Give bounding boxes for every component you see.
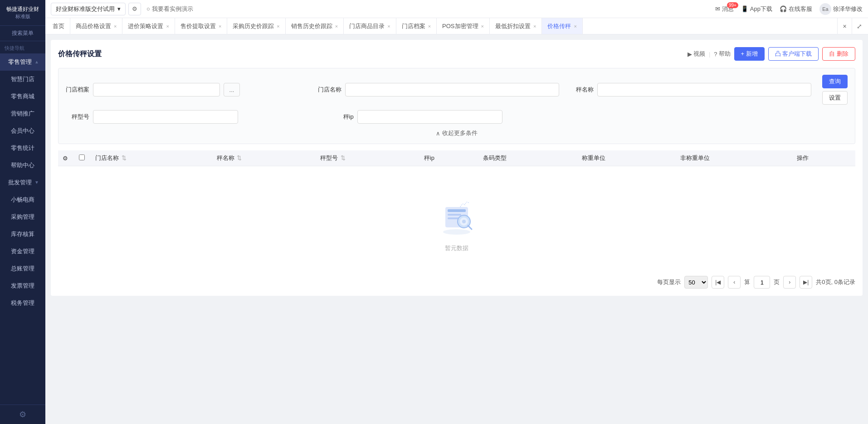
add-button[interactable]: + 新增 bbox=[734, 47, 765, 61]
sidebar-item-retail-stat[interactable]: 零售统计 bbox=[0, 140, 45, 157]
last-page-button[interactable]: ▶| bbox=[800, 276, 812, 289]
sidebar-item-label: 零售商城 bbox=[11, 92, 34, 101]
download-button[interactable]: 凸 客户端下载 bbox=[768, 47, 819, 61]
store-file-ellipsis[interactable]: ... bbox=[224, 83, 240, 96]
scale-model-input[interactable] bbox=[93, 110, 238, 124]
th-non-weight-unit: 非称重单位 bbox=[676, 150, 792, 166]
scale-name-label: 秤名称 bbox=[570, 86, 594, 94]
sidebar-item-label: 税务管理 bbox=[11, 299, 34, 307]
online-service-button[interactable]: 🎧 在线客服 bbox=[780, 5, 812, 13]
sidebar-item-wholesale-mgmt[interactable]: 批发管理 ▼ bbox=[0, 174, 45, 191]
svg-rect-3 bbox=[448, 214, 461, 216]
settings-button[interactable]: 设置 bbox=[822, 91, 848, 105]
tab-close-icon[interactable]: × bbox=[166, 24, 169, 29]
tab-label: 首页 bbox=[53, 22, 64, 30]
sidebar-item-tax-mgmt[interactable]: 税务管理 bbox=[0, 294, 45, 312]
tab-close-icon[interactable]: × bbox=[533, 24, 536, 29]
video-link[interactable]: ▶ 视频 bbox=[688, 50, 705, 58]
tab-close-icon[interactable]: × bbox=[335, 24, 338, 29]
tab-close-icon[interactable]: × bbox=[574, 24, 576, 29]
sidebar-item-inventory[interactable]: 库存核算 bbox=[0, 226, 45, 243]
th-store-name-label: 门店名称 bbox=[95, 154, 119, 161]
tab-sale-extract[interactable]: 售价提取设置 × bbox=[175, 18, 227, 34]
next-page-button[interactable]: › bbox=[783, 276, 796, 289]
demo-link[interactable]: ○ 我要看实例演示 bbox=[146, 5, 193, 13]
page-number-input[interactable] bbox=[754, 276, 770, 289]
scale-ip-input[interactable] bbox=[357, 110, 502, 124]
tab-price-scale[interactable]: 价格传秤 × bbox=[542, 18, 582, 34]
form-row-1: 门店档案 ... 门店名称 秤名称 查询 设置 bbox=[66, 75, 848, 105]
sidebar-settings-icon[interactable]: ⚙ bbox=[0, 405, 45, 424]
per-page-select[interactable]: 10 20 50 100 bbox=[684, 276, 708, 289]
sidebar-item-online-store[interactable]: 零售商城 bbox=[0, 88, 45, 105]
sidebar-item-xiaochang[interactable]: 小畅电商 bbox=[0, 191, 45, 208]
sidebar-item-label: 小畅电商 bbox=[11, 196, 34, 204]
sidebar-item-finance-mgmt[interactable]: 资金管理 bbox=[0, 243, 45, 260]
sidebar-item-retail-mgmt[interactable]: 零售管理 ▲ bbox=[0, 53, 45, 71]
th-weight-unit: 称重单位 bbox=[577, 150, 676, 166]
th-scale-ip: 秤ip bbox=[419, 150, 478, 166]
sidebar-item-label: 总账管理 bbox=[11, 265, 34, 273]
collapse-button[interactable]: ∧ 收起更多条件 bbox=[436, 129, 478, 137]
page-label: 算 bbox=[744, 278, 750, 286]
tab-pos-mgmt[interactable]: POS加密管理 × bbox=[437, 18, 490, 34]
sidebar-item-smart-store[interactable]: 智慧门店 bbox=[0, 71, 45, 88]
tab-label: 进价策略设置 bbox=[128, 22, 163, 30]
tab-close-icon[interactable]: × bbox=[277, 24, 279, 29]
tab-purchase-history[interactable]: 采购历史价跟踪 × bbox=[227, 18, 285, 34]
tab-close-icon[interactable]: × bbox=[428, 24, 431, 29]
first-page-button[interactable]: |◀ bbox=[712, 276, 724, 289]
sidebar-item-label: 批发管理 bbox=[6, 178, 33, 187]
tab-store-file[interactable]: 门店档案 × bbox=[396, 18, 437, 34]
app-download-button[interactable]: 📱 App下载 bbox=[741, 5, 772, 13]
per-page-label: 每页显示 bbox=[657, 278, 681, 286]
tab-product-price[interactable]: 商品价格设置 × bbox=[70, 18, 122, 34]
tab-close-icon[interactable]: × bbox=[219, 24, 221, 29]
expand-tab-button[interactable]: ⤢ bbox=[852, 18, 866, 34]
sidebar-item-label: 会员中心 bbox=[11, 127, 34, 135]
close-tab-button[interactable]: × bbox=[837, 18, 852, 34]
sidebar-item-member-center[interactable]: 会员中心 bbox=[0, 122, 45, 140]
tab-home[interactable]: 首页 bbox=[47, 18, 70, 34]
tab-close-icon[interactable]: × bbox=[114, 24, 117, 29]
app-download-label: App下载 bbox=[750, 5, 772, 13]
sidebar-item-invoice-mgmt[interactable]: 发票管理 bbox=[0, 277, 45, 294]
user-menu[interactable]: Ea 徐泽华修改 bbox=[819, 3, 863, 15]
delete-button[interactable]: 自 删除 bbox=[822, 47, 855, 61]
sidebar-item-marketing[interactable]: 营销推广 bbox=[0, 105, 45, 122]
version-dropdown[interactable]: 好业财标准版交付试用 ▾ bbox=[51, 3, 126, 15]
tab-label: 售价提取设置 bbox=[180, 22, 216, 30]
svg-line-7 bbox=[468, 226, 472, 229]
sort-icon[interactable]: ⇅ bbox=[122, 154, 127, 161]
select-all-checkbox[interactable] bbox=[79, 154, 85, 160]
th-settings[interactable]: ⚙ bbox=[58, 150, 74, 166]
messages-button[interactable]: ✉ 消息 99+ bbox=[715, 5, 734, 13]
query-button[interactable]: 查询 bbox=[822, 75, 848, 88]
main-content: 好业财标准版交付试用 ▾ ⚙ ○ 我要看实例演示 ✉ 消息 99+ 📱 App下… bbox=[45, 0, 868, 424]
sidebar-item-label: 采购管理 bbox=[11, 213, 34, 221]
tab-min-discount[interactable]: 最低折扣设置 × bbox=[490, 18, 542, 34]
header-gear-button[interactable]: ⚙ bbox=[128, 3, 141, 15]
tab-close-icon[interactable]: × bbox=[387, 24, 390, 29]
messages-badge: 99+ bbox=[727, 2, 738, 8]
help-link[interactable]: ? 帮助 bbox=[714, 50, 730, 58]
table-body: 暂元数据 bbox=[58, 166, 855, 271]
scale-name-input[interactable] bbox=[597, 83, 811, 96]
th-checkbox[interactable] bbox=[74, 150, 91, 166]
app-title: 畅捷通好业财 bbox=[6, 5, 39, 13]
tab-label: 门店档案 bbox=[402, 22, 425, 30]
sidebar-item-purchase-mgmt[interactable]: 采购管理 bbox=[0, 208, 45, 226]
sidebar-search[interactable]: 搜索菜单 bbox=[0, 26, 45, 41]
tab-purchase-strategy[interactable]: 进价策略设置 × bbox=[122, 18, 175, 34]
tab-store-catalog[interactable]: 门店商品目录 × bbox=[344, 18, 396, 34]
store-file-input[interactable] bbox=[93, 83, 220, 96]
sidebar-item-general-ledger[interactable]: 总账管理 bbox=[0, 260, 45, 277]
sort-icon[interactable]: ⇅ bbox=[341, 154, 346, 161]
store-name-input[interactable] bbox=[345, 83, 559, 96]
tab-sale-history[interactable]: 销售历史价跟踪 × bbox=[286, 18, 344, 34]
sort-icon[interactable]: ⇅ bbox=[237, 154, 242, 161]
sidebar-item-help-center[interactable]: 帮助中心 bbox=[0, 157, 45, 174]
sidebar-item-label: 库存核算 bbox=[11, 230, 34, 238]
tab-close-icon[interactable]: × bbox=[481, 24, 484, 29]
prev-page-button[interactable]: ‹ bbox=[728, 276, 741, 289]
